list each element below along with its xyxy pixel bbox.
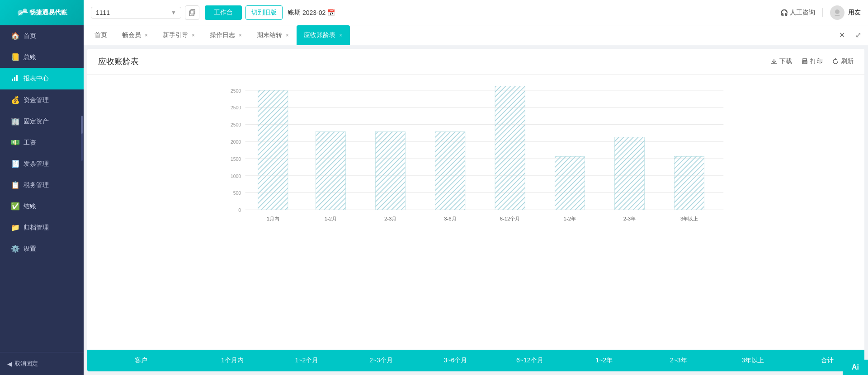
refresh-icon: [832, 58, 839, 65]
svg-text:3-6月: 3-6月: [444, 216, 456, 221]
svg-text:2000: 2000: [231, 140, 241, 145]
tab-bar: 首页 畅会员 × 新手引导 × 操作日志 × 期末结转 × 应收账龄表 ×: [84, 25, 868, 45]
tax-icon: 📋: [11, 181, 19, 189]
company-selector[interactable]: 1111 ▼: [91, 7, 181, 19]
tab-aging[interactable]: 应收账龄表 ×: [297, 25, 350, 45]
svg-text:2500: 2500: [231, 89, 241, 94]
ai-widget[interactable]: Ai: [843, 360, 868, 375]
unpin-icon: ◀: [7, 361, 12, 367]
svg-rect-30: [316, 132, 345, 210]
scrollbar-thumb[interactable]: [81, 116, 83, 134]
switch-version-button[interactable]: 切到旧版: [245, 5, 283, 20]
svg-rect-32: [376, 132, 406, 210]
print-icon: [801, 58, 808, 65]
page-content: 应收账龄表 下载 打印 刷新: [87, 49, 864, 371]
service-button[interactable]: 🎧 人工咨询: [780, 9, 815, 17]
sidebar-item-salary[interactable]: 💵 工资: [0, 132, 84, 153]
logo-icon: [17, 6, 29, 19]
header-right: 🎧 人工咨询 用友: [780, 5, 861, 20]
tab-period-end-label: 期末结转: [257, 31, 282, 39]
tab-aging-close[interactable]: ×: [339, 32, 342, 38]
service-label: 人工咨询: [790, 9, 815, 17]
svg-rect-10: [803, 61, 806, 63]
download-button[interactable]: 下载: [770, 57, 792, 66]
sidebar-item-funds[interactable]: 💰 资金管理: [0, 89, 84, 111]
tab-oplog-close[interactable]: ×: [239, 32, 242, 38]
svg-rect-6: [14, 77, 15, 81]
col-2-3month: 2~3个月: [344, 356, 418, 365]
sidebar-label-archive: 归档管理: [24, 224, 49, 232]
period-area: 账期 2023-02 📅: [288, 9, 335, 17]
divider: [822, 8, 823, 17]
tab-period-end[interactable]: 期末结转 ×: [250, 25, 297, 45]
workspace-button[interactable]: 工作台: [205, 5, 242, 20]
funds-icon: 💰: [11, 96, 19, 104]
calendar-icon[interactable]: 📅: [327, 9, 335, 16]
svg-point-4: [835, 9, 840, 14]
svg-rect-2: [189, 11, 194, 16]
home-icon: 🏠: [11, 32, 19, 40]
sidebar-item-settings[interactable]: ⚙️ 设置: [0, 238, 84, 259]
user-area[interactable]: 用友: [830, 5, 861, 20]
svg-text:500: 500: [233, 191, 241, 196]
refresh-button[interactable]: 刷新: [832, 57, 854, 66]
svg-text:2500: 2500: [231, 122, 241, 127]
svg-rect-7: [16, 75, 18, 81]
svg-rect-38: [555, 156, 585, 210]
tab-member-close[interactable]: ×: [145, 32, 148, 38]
header: 畅捷通易代账 1111 ▼ 工作台 切到旧版 账期 2023-02 📅 🎧 人工…: [0, 0, 868, 25]
main-layout: 🏠 首页 📒 总账 报表中心 💰 资金管理 🏢 固定资产 💵 工资 🧾 发票管: [0, 25, 868, 375]
tab-period-end-close[interactable]: ×: [286, 32, 289, 38]
sidebar-item-tax[interactable]: 📋 税务管理: [0, 174, 84, 196]
sidebar-item-archive[interactable]: 📁 归档管理: [0, 217, 84, 238]
print-button[interactable]: 打印: [801, 57, 823, 66]
svg-text:2-3月: 2-3月: [384, 216, 396, 221]
content-area: 首页 畅会员 × 新手引导 × 操作日志 × 期末结转 × 应收账龄表 ×: [84, 25, 868, 375]
svg-rect-34: [435, 132, 465, 210]
logo-area: 畅捷通易代账: [0, 0, 84, 25]
sidebar-item-home[interactable]: 🏠 首页: [0, 25, 84, 47]
col-customer: 客户: [87, 356, 195, 365]
sidebar-item-assets[interactable]: 🏢 固定资产: [0, 111, 84, 132]
sidebar-item-invoice[interactable]: 🧾 发票管理: [0, 153, 84, 174]
svg-text:1月内: 1月内: [267, 216, 279, 221]
sidebar-label-reports: 报表中心: [24, 75, 49, 83]
copy-button[interactable]: [185, 5, 199, 20]
download-label: 下载: [779, 57, 792, 66]
close-all-button[interactable]: ✕: [835, 29, 848, 42]
cancel-fixed-button[interactable]: ◀ 取消固定: [4, 356, 80, 371]
salary-icon: 💵: [11, 138, 19, 147]
svg-text:2500: 2500: [231, 105, 241, 110]
invoice-icon: 🧾: [11, 159, 19, 168]
print-label: 打印: [810, 57, 823, 66]
sidebar-label-invoice: 发票管理: [24, 160, 49, 168]
sidebar-item-reports[interactable]: 报表中心: [0, 68, 84, 89]
sidebar-label-tax: 税务管理: [24, 181, 49, 189]
table-header: 客户 1个月内 1~2个月 2~3个月 3~6个月 6~12个月 1~2年 2~…: [87, 350, 864, 371]
tab-guide[interactable]: 新手引导 ×: [156, 25, 203, 45]
sidebar-item-checkout[interactable]: ✅ 结账: [0, 196, 84, 217]
sidebar-item-ledger[interactable]: 📒 总账: [0, 47, 84, 68]
page-header: 应收账龄表 下载 打印 刷新: [87, 49, 864, 75]
tab-home-label: 首页: [94, 31, 107, 39]
tab-oplog[interactable]: 操作日志 ×: [203, 25, 250, 45]
tab-home[interactable]: 首页: [87, 25, 115, 45]
svg-rect-28: [258, 90, 288, 210]
svg-text:6-12个月: 6-12个月: [500, 216, 520, 221]
col-1month: 1个月内: [195, 356, 269, 365]
refresh-label: 刷新: [841, 57, 854, 66]
tab-aging-label: 应收账龄表: [304, 31, 335, 39]
expand-button[interactable]: ⤢: [852, 29, 864, 42]
logo-text: 畅捷通易代账: [29, 9, 67, 17]
tab-guide-close[interactable]: ×: [192, 32, 195, 38]
ledger-icon: 📒: [11, 53, 19, 61]
svg-text:1-2年: 1-2年: [564, 216, 576, 221]
tab-member-label: 畅会员: [122, 31, 141, 39]
sidebar-bottom: ◀ 取消固定: [0, 352, 84, 375]
svg-text:1-2月: 1-2月: [325, 216, 337, 221]
col-3-6month: 3~6个月: [418, 356, 492, 365]
svg-rect-36: [495, 86, 525, 210]
scrollbar-track[interactable]: [81, 116, 83, 161]
sidebar-label-settings: 设置: [24, 245, 36, 253]
tab-member[interactable]: 畅会员 ×: [115, 25, 156, 45]
